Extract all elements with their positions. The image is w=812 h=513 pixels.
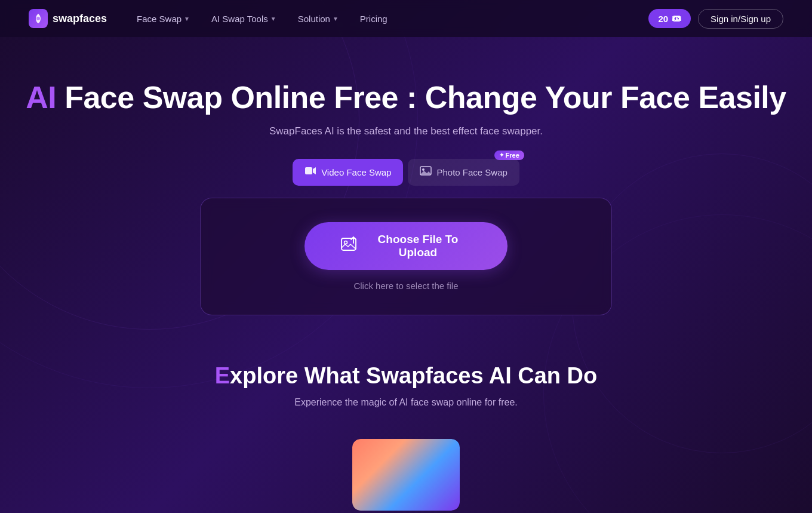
credits-count: 20 (658, 14, 668, 24)
svg-point-4 (422, 168, 425, 171)
logo-text: swapfaces (53, 13, 107, 25)
logo[interactable]: swapfaces (29, 9, 107, 28)
hero-title-rest: Face Swap Online Free : Change Your Face… (56, 80, 786, 115)
nav-left: swapfaces Face Swap ▼ AI Swap Tools ▼ So… (29, 9, 396, 29)
explore-subtitle: Experience the magic of AI face swap onl… (29, 397, 783, 408)
nav-link-pricing-label: Pricing (360, 14, 387, 24)
preview-card (352, 439, 460, 511)
svg-point-0 (36, 17, 40, 20)
photo-icon (420, 165, 432, 180)
tab-video-label: Video Face Swap (321, 167, 391, 177)
tab-video-face-swap[interactable]: Video Face Swap (293, 159, 403, 186)
nav-link-solution-label: Solution (298, 14, 330, 24)
credits-icon: 🎟 (672, 13, 681, 24)
nav-link-face-swap[interactable]: Face Swap ▼ (128, 9, 198, 29)
preview-strip (0, 439, 812, 511)
upload-area[interactable]: Choose File To Upload Click here to sele… (200, 198, 612, 315)
tab-photo-wrapper: Photo Face Swap ✦ Free (408, 159, 519, 186)
svg-rect-1 (305, 167, 312, 174)
nav-link-ai-swap-tools[interactable]: AI Swap Tools ▼ (203, 9, 285, 29)
hero-subtitle: SwapFaces AI is the safest and the best … (269, 125, 543, 137)
upload-button[interactable]: Choose File To Upload (304, 222, 508, 270)
svg-point-7 (345, 241, 347, 244)
nav-links: Face Swap ▼ AI Swap Tools ▼ Solution ▼ P… (128, 9, 396, 29)
chevron-down-icon: ▼ (270, 16, 276, 22)
nav-link-face-swap-label: Face Swap (137, 14, 182, 24)
nav-link-pricing[interactable]: Pricing (352, 9, 396, 29)
signin-button[interactable]: Sign in/Sign up (698, 9, 783, 29)
tab-container: Video Face Swap Photo Face Swap ✦ Free (293, 159, 519, 186)
svg-marker-2 (313, 167, 316, 174)
chevron-down-icon: ▼ (184, 16, 190, 22)
video-icon (304, 165, 316, 180)
explore-title: Explore What Swapfaces AI Can Do (29, 363, 783, 389)
credits-button[interactable]: 20 🎟 (648, 9, 691, 28)
logo-icon (29, 9, 48, 28)
free-badge-label: Free (506, 152, 519, 159)
hero-section: AI Face Swap Online Free : Change Your F… (0, 37, 812, 339)
explore-title-e: E (215, 363, 230, 388)
nav-link-ai-swap-tools-label: AI Swap Tools (211, 14, 268, 24)
star-icon: ✦ (499, 152, 504, 158)
navbar: swapfaces Face Swap ▼ AI Swap Tools ▼ So… (0, 0, 812, 37)
chevron-down-icon: ▼ (333, 16, 339, 22)
tab-photo-label: Photo Face Swap (436, 167, 507, 177)
tab-photo-face-swap[interactable]: Photo Face Swap (408, 159, 519, 186)
explore-title-rest: xplore What Swapfaces AI Can Do (230, 363, 597, 388)
upload-button-label: Choose File To Upload (364, 233, 472, 259)
svg-marker-5 (420, 171, 431, 174)
nav-right: 20 🎟 Sign in/Sign up (648, 9, 783, 29)
hero-title-ai: AI (26, 80, 56, 115)
nav-link-solution[interactable]: Solution ▼ (290, 9, 347, 29)
free-badge: ✦ Free (494, 150, 524, 160)
preview-card-image (352, 439, 460, 511)
upload-icon (340, 236, 357, 256)
explore-section: Explore What Swapfaces AI Can Do Experie… (0, 339, 812, 439)
hero-title: AI Face Swap Online Free : Change Your F… (26, 80, 786, 116)
upload-hint: Click here to select the file (353, 281, 458, 291)
